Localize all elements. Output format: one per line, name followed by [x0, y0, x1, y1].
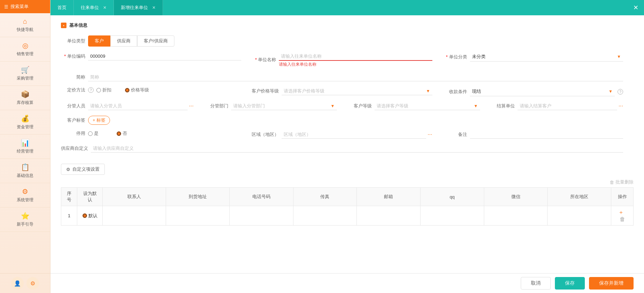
sidebar-item-guide[interactable]: ⭐ 新手引导	[0, 207, 50, 232]
remarks-input[interactable]	[470, 130, 623, 139]
operations-icon: 📊	[21, 139, 30, 147]
dept-dropdown-icon: ▼	[331, 104, 335, 108]
payment-help-icon[interactable]: ?	[618, 89, 623, 95]
sidebar-search[interactable]: ☰ 搜索菜单	[0, 0, 50, 13]
tab-counterparty[interactable]: 往来单位 ✕	[74, 0, 114, 15]
region-field-wrap: ···	[282, 130, 432, 139]
col-wechat: 微信	[484, 188, 548, 206]
cell-action: ＋ 🗑	[611, 206, 634, 226]
disabled-yes-radio[interactable]	[88, 131, 93, 136]
unit-name-input[interactable]	[279, 52, 432, 61]
manager-field-wrap: ···	[88, 102, 194, 110]
cancel-button[interactable]: 取消	[521, 277, 551, 290]
pricing-level-radio[interactable]	[125, 88, 129, 92]
contact-input[interactable]	[106, 213, 163, 218]
add-row-btn[interactable]: ＋	[618, 209, 624, 215]
home-icon: ⌂	[23, 17, 27, 25]
customer-level-select[interactable]: ▼	[375, 102, 480, 110]
category-dropdown-icon: ▼	[617, 54, 621, 59]
sidebar-item-operations[interactable]: 📊 经营管理	[0, 135, 50, 159]
col-phone: 电话号码	[229, 188, 293, 206]
unit-code-input[interactable]	[88, 52, 241, 60]
add-tag-btn[interactable]: + 标签	[88, 116, 110, 125]
sidebar-item-inventory[interactable]: 📦 库存核算	[0, 86, 50, 110]
unit-type-buttons: 客户 供应商 客户/供应商	[88, 35, 174, 47]
sidebar-item-finance[interactable]: 💰 资金管理	[0, 110, 50, 135]
batch-delete-area[interactable]: 🗑 批量删除	[61, 179, 634, 185]
default-label: 默认	[88, 213, 97, 219]
default-radio[interactable]	[83, 213, 87, 218]
sidebar-item-basics[interactable]: 📋 基础信息	[0, 159, 50, 183]
tab-bar: 首页 往来单位 ✕ 新增往来单位 ✕ ✕	[50, 0, 644, 15]
disabled-no-label: 否	[123, 130, 127, 137]
manager-input[interactable]	[88, 102, 188, 110]
disabled-no-radio[interactable]	[117, 131, 121, 136]
customer-level-input[interactable]	[377, 103, 474, 108]
sidebar-item-sales[interactable]: ◎ 销售管理	[0, 37, 50, 62]
disabled-no-option[interactable]: 否	[117, 130, 141, 137]
sidebar-item-system[interactable]: ⚙ 系统管理	[0, 183, 50, 207]
sidebar-user-btn[interactable]: 👤	[11, 277, 24, 290]
type-btn-supplier[interactable]: 供应商	[110, 35, 137, 47]
sidebar-item-label: 采购管理	[17, 75, 33, 81]
dept-label: 分管部门	[204, 103, 228, 109]
sidebar-item-purchase[interactable]: 🛒 采购管理	[0, 62, 50, 86]
sidebar-item-quick-nav[interactable]: ⌂ 快捷导航	[0, 13, 50, 37]
region-input[interactable]	[282, 130, 426, 139]
customer-price-dropdown-icon: ▼	[426, 89, 430, 93]
save-button[interactable]: 保存	[555, 277, 585, 290]
customer-tag-row: 客户标签 + 标签	[61, 116, 634, 125]
dept-select[interactable]: ▼	[231, 102, 337, 110]
settlement-group: 结算单位 ···	[490, 102, 623, 110]
type-btn-both[interactable]: 客户/供应商	[137, 35, 174, 47]
pricing-level-option[interactable]: 价格等级	[125, 87, 149, 93]
customer-price-input[interactable]	[284, 88, 426, 93]
sidebar-settings-btn[interactable]: ⚙	[26, 277, 39, 290]
fax-input[interactable]	[297, 213, 353, 218]
unit-category-group: 单位分类 未分类 ▼	[443, 52, 623, 62]
short-name-input[interactable]	[88, 73, 623, 81]
tab-home[interactable]: 首页	[50, 0, 74, 15]
customer-price-select[interactable]: ▼	[282, 87, 432, 95]
supplier-custom-input[interactable]	[91, 144, 623, 153]
settlement-ellipsis-btn[interactable]: ···	[619, 103, 623, 109]
table-row: 1 默认 ＋	[61, 206, 634, 226]
search-icon: ☰	[4, 4, 8, 9]
cell-index: 1	[61, 206, 77, 226]
email-input[interactable]	[360, 213, 417, 218]
main-close-btn[interactable]: ✕	[633, 4, 638, 11]
customer-price-label: 客户价格等级	[252, 88, 279, 94]
cell-default: 默认	[77, 206, 102, 226]
unit-code-group: 单位编码	[61, 52, 241, 60]
tab-new-counterparty-close[interactable]: ✕	[152, 5, 156, 10]
col-email: 邮箱	[357, 188, 421, 206]
customer-price-group: 客户价格等级 ▼	[252, 87, 432, 95]
code-name-category-row: 单位编码 单位名称 请输入往来单位名称 单位分类 未分类 ▼	[61, 52, 634, 67]
wechat-input[interactable]	[488, 213, 544, 218]
region-table-input[interactable]	[551, 213, 607, 218]
save-and-new-button[interactable]: 保存并新增	[589, 277, 634, 290]
pricing-help-icon[interactable]: ?	[88, 87, 94, 93]
pricing-discount-radio[interactable]	[96, 88, 101, 92]
region-ellipsis-btn[interactable]: ···	[427, 131, 432, 138]
manager-ellipsis-btn[interactable]: ···	[189, 103, 194, 109]
delete-row-btn[interactable]: 🗑	[620, 216, 625, 222]
phone-input[interactable]	[233, 213, 290, 218]
qq-input[interactable]	[424, 213, 480, 218]
type-btn-customer[interactable]: 客户	[88, 35, 110, 47]
pricing-discount-option[interactable]: 折扣	[96, 87, 121, 93]
sidebar-item-label: 库存核算	[17, 100, 33, 106]
default-radio-item[interactable]: 默认	[81, 213, 99, 219]
tab-new-counterparty[interactable]: 新增往来单位 ✕	[114, 0, 163, 15]
settlement-input[interactable]	[518, 102, 617, 110]
dept-input[interactable]	[233, 103, 330, 108]
custom-settings-btn[interactable]: ⚙ 自定义项设置	[61, 164, 105, 175]
disabled-yes-option[interactable]: 是	[88, 130, 112, 137]
payment-terms-select[interactable]: 现结 ▼	[470, 87, 615, 96]
address-input[interactable]	[170, 213, 226, 218]
finance-icon: 💰	[21, 114, 30, 123]
tab-counterparty-close[interactable]: ✕	[103, 5, 107, 10]
section-icon: ▪	[61, 23, 66, 28]
unit-category-select[interactable]: 未分类 ▼	[470, 52, 623, 62]
sidebar-item-label: 系统管理	[17, 197, 33, 203]
